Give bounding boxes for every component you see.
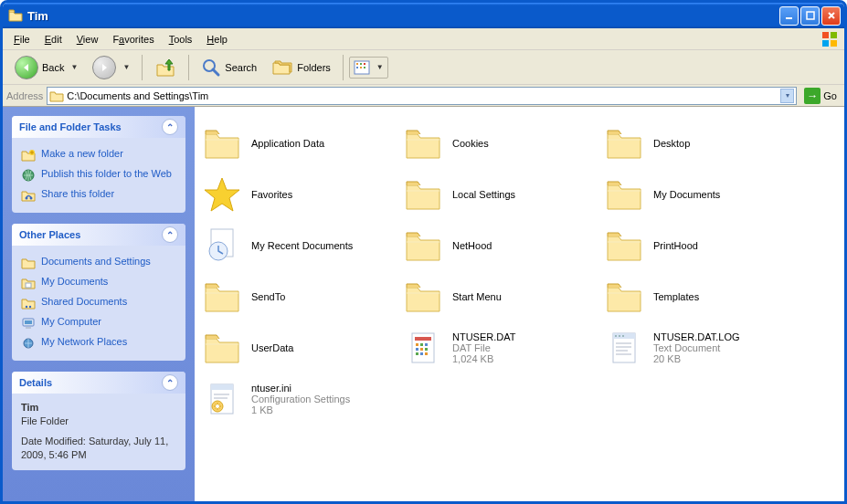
maximize-button[interactable]: [800, 6, 820, 26]
place-link[interactable]: Documents and Settings: [21, 253, 176, 273]
svg-rect-35: [416, 352, 418, 355]
svg-point-20: [29, 306, 31, 308]
minimize-button[interactable]: [779, 6, 799, 26]
file-list[interactable]: Application DataCookiesDesktopFavoritesL…: [195, 107, 844, 501]
folders-icon: [271, 58, 293, 78]
go-button[interactable]: → Go: [800, 87, 841, 105]
file-item[interactable]: My Documents: [602, 169, 803, 220]
place-label: My Documents: [41, 276, 108, 287]
folder-icon: [202, 123, 242, 163]
views-button[interactable]: ▼: [349, 57, 388, 79]
collapse-icon[interactable]: ⌃: [162, 119, 178, 135]
forward-dropdown-icon[interactable]: ▼: [122, 63, 130, 71]
file-item[interactable]: Cookies: [401, 118, 602, 169]
file-item[interactable]: Templates: [602, 271, 803, 322]
file-item[interactable]: NTUSER.DAT.LOGText Document20 KB: [602, 322, 803, 373]
views-icon: [354, 60, 370, 75]
collapse-icon[interactable]: ⌃: [162, 226, 178, 243]
task-link[interactable]: Publish this folder to the Web: [21, 165, 176, 185]
menu-file[interactable]: File: [6, 31, 37, 47]
file-item[interactable]: PrintHood: [602, 220, 803, 271]
file-item[interactable]: SendTo: [200, 271, 401, 322]
folders-label: Folders: [297, 62, 331, 73]
star-icon: [202, 174, 242, 215]
folder-icon: [403, 226, 443, 266]
file-item[interactable]: Application Data: [200, 118, 401, 169]
svg-rect-1: [807, 12, 814, 19]
forward-button[interactable]: ▼: [86, 54, 136, 81]
new-folder-icon: [21, 148, 36, 163]
folders-button[interactable]: Folders: [265, 54, 337, 81]
menu-help[interactable]: Help: [199, 31, 235, 47]
file-item[interactable]: ntuser.iniConfiguration Settings1 KB: [200, 373, 401, 425]
place-link[interactable]: My Network Places: [21, 333, 176, 353]
address-combo[interactable]: ▾: [47, 87, 797, 105]
folder-icon: [403, 277, 443, 317]
search-icon: [201, 58, 221, 78]
task-label: Publish this folder to the Web: [41, 168, 172, 179]
mydocs-icon: [21, 276, 36, 290]
folder-icon: [604, 174, 644, 215]
titlebar-folder-icon: [8, 9, 23, 22]
svg-rect-31: [425, 343, 428, 346]
place-label: My Computer: [41, 316, 101, 327]
toolbar-separator: [188, 55, 189, 80]
panel-header[interactable]: Details ⌃: [12, 372, 185, 394]
file-item[interactable]: My Recent Documents: [200, 220, 401, 271]
file-item[interactable]: UserData: [200, 322, 401, 373]
close-button[interactable]: [821, 6, 841, 26]
svg-rect-29: [416, 343, 418, 346]
views-dropdown-icon: ▼: [376, 63, 384, 71]
panel-header[interactable]: Other Places ⌃: [12, 224, 185, 246]
back-button[interactable]: Back ▼: [8, 54, 84, 81]
file-name: My Recent Documents: [251, 240, 353, 251]
file-item[interactable]: NetHood: [401, 220, 602, 271]
title-bar[interactable]: Tim: [3, 3, 844, 28]
task-link[interactable]: Make a new folder: [21, 145, 176, 165]
menu-edit[interactable]: Edit: [37, 31, 69, 47]
inifile-icon: [202, 379, 242, 419]
task-link[interactable]: Share this folder: [21, 185, 176, 205]
svg-point-46: [216, 404, 219, 408]
file-name: Start Menu: [452, 291, 502, 302]
back-dropdown-icon[interactable]: ▼: [70, 63, 78, 71]
place-link[interactable]: Shared Documents: [21, 293, 176, 313]
details-panel: Details ⌃ Tim File Folder Date Modified:…: [12, 372, 185, 470]
file-name: Local Settings: [452, 189, 515, 200]
place-link[interactable]: My Computer: [21, 313, 176, 333]
file-type: Text Document: [653, 342, 740, 353]
file-item[interactable]: Local Settings: [401, 169, 602, 220]
folder-icon: [604, 277, 644, 317]
address-input[interactable]: [67, 90, 778, 101]
address-dropdown-button[interactable]: ▾: [780, 89, 794, 103]
menu-tools[interactable]: Tools: [162, 31, 200, 47]
collapse-icon[interactable]: ⌃: [162, 374, 178, 391]
file-name: NTUSER.DAT.LOG: [653, 331, 740, 342]
back-label: Back: [42, 62, 64, 73]
svg-rect-34: [425, 348, 428, 351]
svg-rect-28: [415, 337, 431, 341]
svg-rect-2: [822, 32, 829, 38]
up-button[interactable]: [148, 54, 183, 81]
svg-rect-36: [420, 352, 423, 355]
file-item[interactable]: Start Menu: [401, 271, 602, 322]
svg-rect-11: [356, 67, 358, 68]
file-item[interactable]: Desktop: [602, 118, 803, 169]
place-label: My Network Places: [41, 336, 127, 347]
panel-header[interactable]: File and Folder Tasks ⌃: [12, 116, 185, 138]
file-name: Cookies: [452, 138, 489, 149]
panel-title: File and Folder Tasks: [19, 121, 122, 132]
details-modified: Date Modified: Saturday, July 11, 2009, …: [21, 435, 176, 463]
svg-point-40: [615, 335, 617, 337]
search-button[interactable]: Search: [195, 54, 263, 81]
svg-rect-9: [360, 63, 362, 65]
menu-favorites[interactable]: Favorites: [105, 31, 161, 47]
place-link[interactable]: My Documents: [21, 273, 176, 293]
file-item[interactable]: NTUSER.DATDAT File1,024 KB: [401, 322, 602, 373]
toolbar: Back ▼ ▼ Search Folders ▼: [3, 50, 844, 85]
recent-icon: [202, 226, 242, 266]
file-name: SendTo: [251, 291, 285, 302]
menu-view[interactable]: View: [69, 31, 106, 47]
file-item[interactable]: Favorites: [200, 169, 401, 220]
folder-icon: [21, 256, 36, 270]
